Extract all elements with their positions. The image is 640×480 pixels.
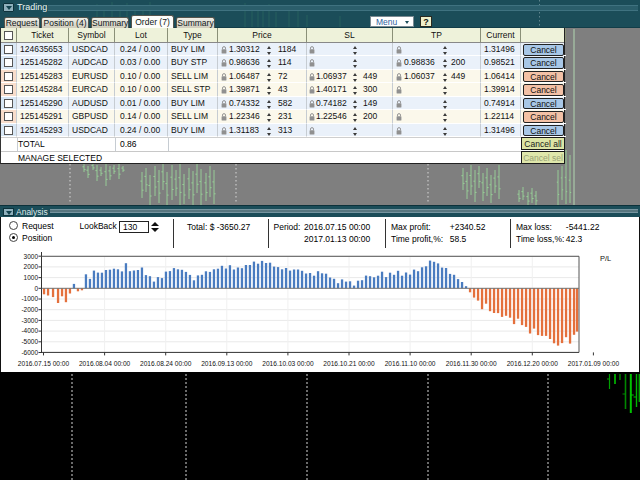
svg-text:-2000: -2000 <box>21 306 38 313</box>
svg-text:-4000: -4000 <box>21 327 38 334</box>
svg-text:-5000: -5000 <box>21 338 38 345</box>
svg-text:2016.12.20 00:00: 2016.12.20 00:00 <box>507 360 559 367</box>
svg-text:2016.10.03 00:00: 2016.10.03 00:00 <box>262 360 314 367</box>
svg-text:2016.11.30 00:00: 2016.11.30 00:00 <box>446 360 497 367</box>
svg-text:-6000: -6000 <box>21 349 38 356</box>
svg-text:2000: 2000 <box>24 263 39 270</box>
svg-text:3000: 3000 <box>24 253 39 260</box>
svg-text:-1000: -1000 <box>21 295 38 302</box>
svg-text:P/L: P/L <box>600 254 611 263</box>
svg-text:1000: 1000 <box>24 274 39 281</box>
svg-text:2016.09.13 00:00: 2016.09.13 00:00 <box>201 360 253 367</box>
svg-text:0: 0 <box>34 285 38 292</box>
svg-text:2017.01.09 00:00: 2017.01.09 00:00 <box>568 360 620 367</box>
svg-text:2016.07.15 00:00: 2016.07.15 00:00 <box>18 360 70 367</box>
svg-text:2016.08.04 00:00: 2016.08.04 00:00 <box>79 360 131 367</box>
svg-text:2016.08.24 00:00: 2016.08.24 00:00 <box>140 360 192 367</box>
svg-text:2016.10.21 00:00: 2016.10.21 00:00 <box>323 360 375 367</box>
svg-text:-3000: -3000 <box>21 317 38 324</box>
svg-text:2016.11.10 00:00: 2016.11.10 00:00 <box>385 360 436 367</box>
